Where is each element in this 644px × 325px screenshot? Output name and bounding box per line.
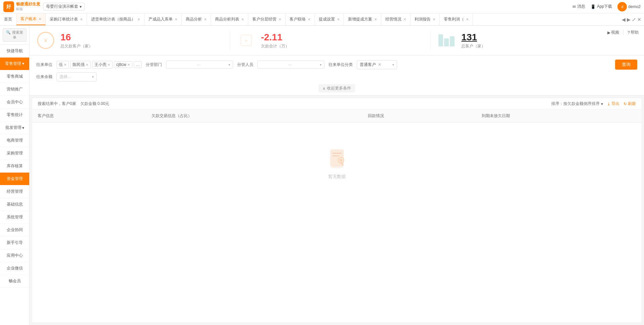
query-button[interactable]: 查询	[615, 60, 637, 70]
search-icon: 🔍	[6, 30, 11, 34]
tab-customer-contact-close[interactable]: ✕	[308, 17, 310, 21]
collapse-button[interactable]: ∧ 收起更多条件	[318, 84, 355, 93]
tab-prev-icon[interactable]: ◀	[622, 17, 626, 22]
filter-tag-wu-close[interactable]: ✕	[64, 63, 67, 67]
sidebar-ecommerce-mgmt-label: 电商管理	[7, 138, 23, 143]
person-filter-select[interactable]: ··· ▾	[257, 61, 325, 69]
tab-promotion-settings-close[interactable]: ✕	[337, 17, 340, 21]
tab-product-analysis-close[interactable]: ✕	[204, 17, 207, 21]
sidebar-item-inventory[interactable]: 库存核算	[0, 160, 29, 173]
sidebar-item-marketing[interactable]: 营销推广	[0, 83, 29, 96]
tab-retail-profit-close[interactable]: ✕	[466, 17, 469, 21]
tab-product-analysis-list[interactable]: 商品分析列表 ✕	[211, 13, 248, 25]
tab-profit-report[interactable]: 利润报告 ✕	[411, 13, 440, 25]
tab-product-stock[interactable]: 产成品入库单 ✕	[144, 13, 182, 25]
tab-customer-contact-label: 客户联络	[290, 16, 306, 22]
stat-info-debt: -2.11 欠款合计（万）	[261, 32, 289, 49]
top-bar: 好 畅捷通好生意 标版 母婴行业演示帐套 ▾ ✉ 消息 📱 App下载 d de…	[0, 0, 644, 13]
sidebar-item-member-center[interactable]: 会员中心	[0, 96, 29, 109]
sidebar-item-finance-mgmt[interactable]: 资金管理	[0, 173, 29, 185]
tab-profit-report-close[interactable]: ✕	[433, 17, 435, 21]
filter-tag-chen[interactable]: 陈民强 ✕	[70, 61, 91, 69]
col-credit-info: 欠款交易信息（占比）	[146, 110, 362, 122]
tab-close-all-icon[interactable]: ✕	[637, 17, 641, 22]
sort-button[interactable]: 排序：按欠款金额倒序排序 ▾	[551, 101, 603, 107]
dept-arrow-icon: ▾	[228, 63, 230, 67]
filter-tag-cjttcw-close[interactable]: ✕	[127, 63, 130, 67]
tab-profit-report-label: 利润报告	[415, 16, 431, 22]
sidebar-item-quick-nav[interactable]: 快捷导航	[0, 45, 29, 58]
sidebar-item-retail-stats[interactable]: 零售统计	[0, 109, 29, 121]
filter-tag-wu[interactable]: 伍 ✕	[56, 61, 69, 69]
help-icon: ?	[628, 30, 630, 35]
tab-account-close[interactable]: ✕	[39, 17, 41, 21]
account-selector[interactable]: 母婴行业演示帐套 ▾	[43, 3, 85, 10]
tab-product-stock-close[interactable]: ✕	[175, 17, 177, 21]
stat-icon-debt: ✦	[237, 31, 256, 50]
search-menu-button[interactable]: 🔍 搜索菜单	[3, 28, 27, 42]
sidebar-item-wholesale-mgmt[interactable]: 批发管理 ▾	[0, 121, 29, 134]
tab-customer-segment-close[interactable]: ✕	[278, 17, 281, 21]
tab-stock-stats[interactable]: 进货单统计表（按商品） ✕	[87, 13, 144, 25]
search-menu-label: 搜索菜单	[12, 30, 23, 39]
tab-purchase-order[interactable]: 采购订单统计表 ✕	[46, 13, 87, 25]
balance-filter-select[interactable]: 选择... ▾	[56, 72, 97, 81]
sidebar-item-system-mgmt[interactable]: 系统管理	[0, 211, 29, 224]
balance-arrow: ▾	[92, 75, 94, 79]
tab-account[interactable]: 客户账本 ✕	[16, 13, 46, 25]
tab-expand-icon[interactable]: ⤢	[632, 17, 636, 22]
tab-biz-overview[interactable]: 经营情况 ✕	[381, 13, 411, 25]
tab-product-analysis[interactable]: 商品分析 ✕	[182, 13, 211, 25]
stat-icon-customers: ¥	[36, 31, 55, 50]
help-button[interactable]: ? 帮助	[628, 30, 639, 35]
filter-tag-cjttcw[interactable]: cjttcw ✕	[114, 61, 132, 68]
user-profile[interactable]: d demo2	[617, 2, 641, 11]
message-button[interactable]: ✉ 消息	[572, 4, 585, 9]
sidebar-item-app-center[interactable]: 应用中心	[0, 249, 29, 262]
refresh-button[interactable]: ↻ 刷新	[624, 101, 636, 107]
tab-new-promotion[interactable]: 新增提成方案 ✕	[344, 13, 381, 25]
svg-text:¥: ¥	[44, 38, 47, 43]
message-icon: ✉	[572, 4, 576, 9]
unit-class-select[interactable]: 普通客户 ✕ ▾	[357, 60, 397, 69]
tab-new-promotion-close[interactable]: ✕	[374, 17, 377, 21]
dept-filter-select[interactable]: ··· ▾	[166, 61, 233, 69]
tab-product-analysis-list-close[interactable]: ✕	[241, 17, 244, 21]
sidebar-item-ecommerce-mgmt[interactable]: 电商管理	[0, 134, 29, 147]
app-download-button[interactable]: 📱 App下载	[591, 4, 612, 9]
sidebar-item-new-guide[interactable]: 新手引导	[0, 237, 29, 249]
sidebar-item-purchase-mgmt[interactable]: 采购管理	[0, 147, 29, 160]
tab-home[interactable]: 首页	[0, 13, 16, 25]
sidebar-item-enterprise-coop[interactable]: 企业协同	[0, 224, 29, 237]
tab-customer-contact[interactable]: 客户联络 ✕	[286, 13, 315, 25]
tab-purchase-order-label: 采购订单统计表	[50, 16, 78, 22]
tab-stock-stats-close[interactable]: ✕	[137, 17, 140, 21]
filter-more-button[interactable]: ...	[134, 61, 142, 68]
stat-info-total: 131 总客户（家）	[461, 32, 485, 49]
export-button[interactable]: ⤓ 导出	[607, 101, 619, 107]
tab-new-promotion-label: 新增提成方案	[348, 16, 372, 22]
sort-label: 排序：按欠款金额倒序排序	[551, 101, 600, 107]
filter-tag-wang-close[interactable]: ✕	[108, 63, 110, 67]
unit-class-clear[interactable]: ✕	[378, 62, 381, 67]
sidebar-item-basic-info[interactable]: 基础信息	[0, 198, 29, 211]
table-toolbar-left: 搜索结果中，客户0家 欠款金额 0.00元	[38, 101, 109, 107]
sidebar-item-retail-mall[interactable]: 零售商城	[0, 70, 29, 83]
tab-next-icon[interactable]: ▶	[627, 17, 631, 22]
tab-retail-profit[interactable]: 零售利润（ ✕	[440, 13, 473, 25]
filter-tag-chen-close[interactable]: ✕	[86, 63, 88, 67]
sidebar-item-operation-mgmt[interactable]: 经营管理	[0, 185, 29, 198]
video-button[interactable]: ▶ 视频	[607, 30, 619, 35]
tab-biz-overview-close[interactable]: ✕	[403, 17, 406, 21]
stat-block-debt: ✦ -2.11 欠款合计（万）	[237, 31, 431, 50]
sidebar-item-vip-member[interactable]: 畅会员	[0, 275, 29, 288]
tab-purchase-order-close[interactable]: ✕	[80, 17, 83, 21]
empty-label: 暂无数据	[328, 174, 346, 180]
tab-customer-segment[interactable]: 客户分层经营 ✕	[248, 13, 286, 25]
tab-promotion-settings[interactable]: 提成设置 ✕	[315, 13, 344, 25]
sidebar-item-retail-mgmt[interactable]: 零售管理 ▾	[0, 58, 29, 70]
unit-class-arrow: ▾	[392, 63, 394, 67]
filter-tag-wang[interactable]: 王小亮 ✕	[92, 61, 113, 69]
sidebar-item-enterprise-wechat[interactable]: 企业微信	[0, 262, 29, 275]
tab-account-label: 客户账本	[20, 16, 37, 22]
